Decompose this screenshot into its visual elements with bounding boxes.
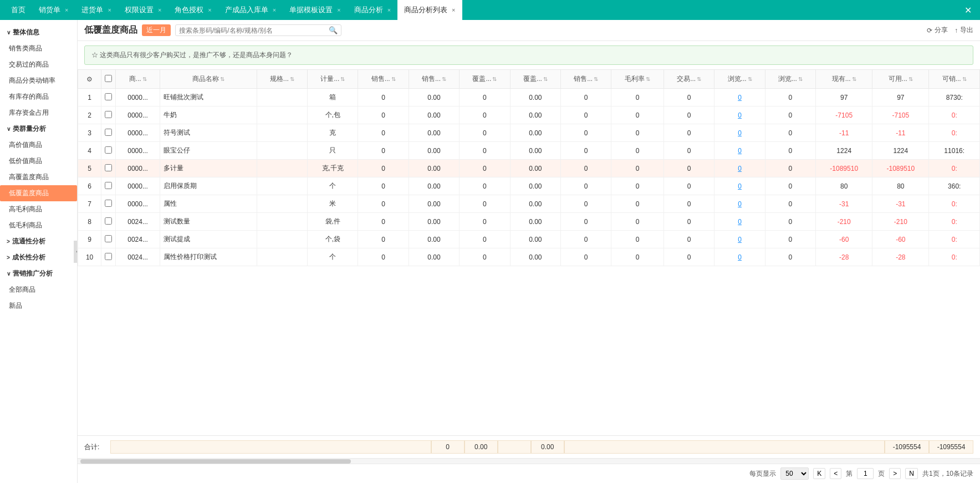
window-close-button[interactable]: ✕ bbox=[960, 2, 976, 18]
row-checkbox[interactable] bbox=[105, 146, 112, 154]
nav-item-首页[interactable]: 首页 bbox=[4, 0, 32, 20]
sidebar-section-2[interactable]: >流通性分析 bbox=[0, 233, 77, 250]
sidebar-item-低毛利商品[interactable]: 低毛利商品 bbox=[0, 217, 77, 233]
row-checkbox[interactable] bbox=[105, 182, 112, 189]
col-header-coverage1[interactable]: 覆盖...⇅ bbox=[460, 70, 510, 89]
nav-close-icon[interactable]: × bbox=[337, 0, 340, 20]
sidebar-item-全部商品[interactable]: 全部商品 bbox=[0, 282, 77, 298]
col-header-gross_margin[interactable]: 毛利率⇅ bbox=[611, 70, 664, 89]
data-table: ⚙商...⇅商品名称⇅规格...⇅计量...⇅销售...⇅销售...⇅覆盖...… bbox=[78, 69, 980, 266]
browse-link[interactable]: 0 bbox=[738, 147, 742, 155]
row-gross-margin: 0 bbox=[611, 160, 664, 177]
nav-close-icon[interactable]: × bbox=[208, 0, 211, 20]
nav-item-进货单[interactable]: 进货单× bbox=[75, 0, 118, 20]
col-header-sales3[interactable]: 销售...⇅ bbox=[561, 70, 611, 89]
sidebar-item-商品分类动销率[interactable]: 商品分类动销率 bbox=[0, 73, 77, 89]
search-input[interactable] bbox=[179, 27, 329, 34]
sidebar-item-库存资金占用[interactable]: 库存资金占用 bbox=[0, 105, 77, 121]
browse-link[interactable]: 0 bbox=[738, 218, 742, 226]
nav-item-权限设置[interactable]: 权限设置× bbox=[118, 0, 168, 20]
share-button[interactable]: ⟳ 分享 bbox=[927, 26, 948, 35]
col-header-sales_count[interactable]: 销售...⇅ bbox=[358, 70, 409, 89]
sidebar-item-销售类商品[interactable]: 销售类商品 bbox=[0, 40, 77, 57]
sidebar-collapse-button[interactable]: « bbox=[74, 241, 78, 263]
sidebar-item-低覆盖度商品[interactable]: 低覆盖度商品 bbox=[0, 185, 77, 201]
browse-link[interactable]: 0 bbox=[738, 182, 742, 190]
nav-item-角色授权[interactable]: 角色授权× bbox=[168, 0, 218, 20]
browse-link[interactable]: 0 bbox=[738, 94, 742, 101]
nav-close-icon[interactable]: × bbox=[387, 0, 391, 20]
sidebar-section-0[interactable]: ∨整体信息 bbox=[0, 24, 77, 40]
sidebar-item-高覆盖度商品[interactable]: 高覆盖度商品 bbox=[0, 169, 77, 185]
sort-icon: ⇅ bbox=[142, 76, 147, 82]
nav-close-icon[interactable]: × bbox=[108, 0, 111, 20]
row-checkbox[interactable] bbox=[105, 93, 112, 100]
row-checkbox[interactable] bbox=[105, 253, 112, 260]
sidebar-item-新品[interactable]: 新品 bbox=[0, 298, 77, 314]
col-header-settings[interactable]: ⚙ bbox=[78, 70, 101, 89]
nav-item-商品分析列表[interactable]: 商品分析列表× bbox=[397, 0, 462, 20]
page-size-select[interactable]: 50 100 200 bbox=[780, 467, 809, 480]
sidebar-item-交易过的商品[interactable]: 交易过的商品 bbox=[0, 57, 77, 73]
row-checkbox[interactable] bbox=[105, 200, 112, 207]
col-header-code[interactable]: 商...⇅ bbox=[116, 70, 160, 89]
nav-close-icon[interactable]: × bbox=[273, 0, 276, 20]
row-checkbox[interactable] bbox=[105, 235, 112, 242]
page-number-input[interactable] bbox=[857, 468, 874, 479]
row-code: 0000... bbox=[116, 106, 160, 124]
row-num: 3 bbox=[78, 124, 101, 142]
browse-link[interactable]: 0 bbox=[738, 165, 742, 172]
sidebar-section-3[interactable]: >成长性分析 bbox=[0, 250, 77, 266]
row-unit: 克 bbox=[308, 124, 358, 142]
sidebar-section-1[interactable]: ∨类群量分析 bbox=[0, 121, 77, 137]
prev-page-button[interactable]: < bbox=[830, 468, 841, 479]
col-header-spec[interactable]: 规格...⇅ bbox=[257, 70, 307, 89]
col-header-current_stock[interactable]: 现有...⇅ bbox=[816, 70, 872, 89]
row-trade: 0 bbox=[663, 160, 714, 177]
row-gross-margin: 0 bbox=[611, 213, 664, 231]
horizontal-scrollbar[interactable] bbox=[78, 458, 980, 464]
nav-close-icon[interactable]: × bbox=[158, 0, 161, 20]
row-checkbox[interactable] bbox=[105, 129, 112, 136]
browse-link[interactable]: 0 bbox=[738, 253, 742, 261]
col-header-sales_amt[interactable]: 销售...⇅ bbox=[409, 70, 459, 89]
nav-close-icon[interactable]: × bbox=[65, 0, 68, 20]
row-current-stock: -11 bbox=[816, 124, 872, 142]
nav-item-销货单[interactable]: 销货单× bbox=[32, 0, 75, 20]
row-checkbox[interactable] bbox=[105, 164, 112, 171]
col-header-name[interactable]: 商品名称⇅ bbox=[160, 70, 257, 89]
sidebar-item-低价值商品[interactable]: 低价值商品 bbox=[0, 153, 77, 169]
col-header-coverage2[interactable]: 覆盖...⇅ bbox=[510, 70, 560, 89]
row-unit: 只 bbox=[308, 142, 358, 160]
browse-link[interactable]: 0 bbox=[738, 200, 742, 208]
row-trade: 0 bbox=[663, 142, 714, 160]
sidebar-item-有库存的商品[interactable]: 有库存的商品 bbox=[0, 89, 77, 105]
row-checkbox[interactable] bbox=[105, 111, 112, 118]
nav-close-icon[interactable]: × bbox=[452, 0, 455, 20]
period-button[interactable]: 近一月 bbox=[142, 24, 171, 36]
settings-icon[interactable]: ⚙ bbox=[86, 75, 93, 83]
export-button[interactable]: ↑ 导出 bbox=[955, 26, 973, 35]
first-page-button[interactable]: K bbox=[813, 468, 825, 479]
select-all-checkbox[interactable] bbox=[105, 75, 112, 82]
scrollbar-thumb[interactable] bbox=[80, 459, 351, 464]
col-header-unit[interactable]: 计量...⇅ bbox=[308, 70, 358, 89]
row-checkbox[interactable] bbox=[105, 217, 112, 225]
col-header-available[interactable]: 可用...⇅ bbox=[872, 70, 929, 89]
nav-item-商品分析[interactable]: 商品分析× bbox=[348, 0, 397, 20]
sidebar-item-高毛利商品[interactable]: 高毛利商品 bbox=[0, 201, 77, 217]
browse-link[interactable]: 0 bbox=[738, 236, 742, 243]
last-page-button[interactable]: N bbox=[905, 468, 918, 479]
col-header-sellable[interactable]: 可销...⇅ bbox=[929, 70, 980, 89]
sidebar-item-高价值商品[interactable]: 高价值商品 bbox=[0, 137, 77, 153]
col-header-checkbox[interactable] bbox=[101, 70, 116, 89]
col-header-browse2[interactable]: 浏览...⇅ bbox=[765, 70, 815, 89]
nav-item-单据模板设置[interactable]: 单据模板设置× bbox=[283, 0, 347, 20]
nav-item-产成品入库单[interactable]: 产成品入库单× bbox=[218, 0, 283, 20]
col-header-browse1[interactable]: 浏览...⇅ bbox=[714, 70, 765, 89]
browse-link[interactable]: 0 bbox=[738, 129, 742, 137]
sidebar-section-4[interactable]: ∨营销推广分析 bbox=[0, 266, 77, 282]
next-page-button[interactable]: > bbox=[889, 468, 901, 479]
col-header-trade[interactable]: 交易...⇅ bbox=[663, 70, 714, 89]
browse-link[interactable]: 0 bbox=[738, 111, 742, 119]
